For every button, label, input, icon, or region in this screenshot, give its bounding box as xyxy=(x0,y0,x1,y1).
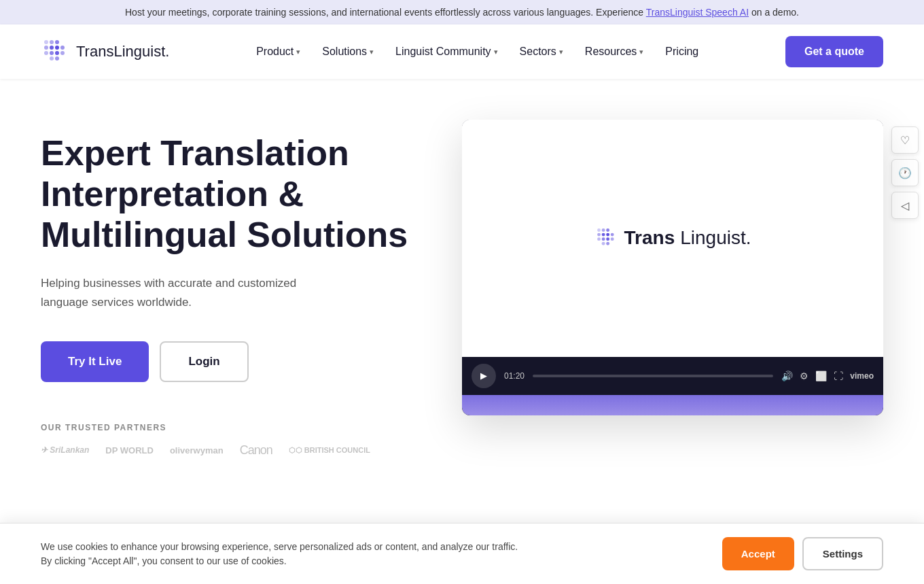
video-brand: TransLinguist. xyxy=(594,226,751,250)
partners-section: OUR TRUSTED PARTNERS ✈ SriLankan DP WORL… xyxy=(41,423,445,458)
svg-point-4 xyxy=(50,46,54,50)
svg-point-25 xyxy=(606,242,609,245)
svg-point-1 xyxy=(50,40,54,44)
svg-point-14 xyxy=(601,228,605,232)
partner-oliverwyman: oliverwyman xyxy=(170,445,224,456)
cookie-settings-button[interactable]: Settings xyxy=(802,537,883,570)
nav-item-sectors[interactable]: Sectors ▾ xyxy=(510,40,573,63)
video-inner: TransLinguist. xyxy=(462,120,883,357)
share-icon-button[interactable]: ◁ xyxy=(891,192,919,219)
svg-point-11 xyxy=(50,56,54,61)
nav-item-product[interactable]: Product ▾ xyxy=(247,40,310,63)
svg-point-5 xyxy=(55,46,59,50)
logo[interactable]: TransLinguist. xyxy=(41,37,169,67)
partner-dpworld: DP WORLD xyxy=(105,445,154,456)
nav-item-resources[interactable]: Resources ▾ xyxy=(575,40,653,63)
hero-left: Expert Translation Interpretation & Mult… xyxy=(41,120,445,458)
svg-point-3 xyxy=(44,46,48,50)
fullscreen-icon[interactable]: ⛶ xyxy=(834,371,843,381)
svg-point-13 xyxy=(597,228,601,232)
video-container: TransLinguist. ▶ 01:20 🔊 ⚙ ⬜ ⛶ vimeo xyxy=(462,120,883,415)
hero-buttons: Try It Live Login xyxy=(41,341,445,382)
svg-point-15 xyxy=(606,228,609,232)
hero-right: ♡ 🕐 ◁ xyxy=(462,120,883,415)
video-logo-area: TransLinguist. xyxy=(462,120,883,357)
chevron-down-icon: ▾ xyxy=(296,48,300,56)
hero-subtitle: Helping businesses with accurate and cus… xyxy=(41,274,313,311)
partners-label: OUR TRUSTED PARTNERS xyxy=(41,423,445,432)
video-timestamp: 01:20 xyxy=(504,371,525,381)
svg-point-9 xyxy=(55,51,59,55)
svg-point-7 xyxy=(44,51,48,55)
chevron-down-icon: ▾ xyxy=(639,48,643,56)
nav-item-solutions[interactable]: Solutions ▾ xyxy=(313,40,383,63)
video-progress-bar[interactable] xyxy=(533,375,773,377)
svg-point-18 xyxy=(606,233,609,237)
banner-text-after: on a demo. xyxy=(751,7,799,18)
settings-icon[interactable]: ⚙ xyxy=(800,371,808,381)
svg-point-20 xyxy=(597,238,601,241)
svg-point-24 xyxy=(601,242,605,245)
play-button[interactable]: ▶ xyxy=(472,364,496,388)
cookie-text: We use cookies to enhance your browsing … xyxy=(41,540,518,568)
svg-point-6 xyxy=(60,46,65,50)
partner-canon: Canon xyxy=(240,443,272,458)
svg-point-12 xyxy=(55,56,59,61)
video-wave xyxy=(462,395,883,415)
pip-icon[interactable]: ⬜ xyxy=(815,371,827,381)
svg-point-2 xyxy=(55,40,59,44)
nav-links: Product ▾ Solutions ▾ Linguist Community… xyxy=(247,40,708,63)
clock-icon-button[interactable]: 🕐 xyxy=(891,159,919,186)
sidebar-icons: ♡ 🕐 ◁ xyxy=(891,126,919,219)
nav-item-pricing[interactable]: Pricing xyxy=(656,40,708,63)
video-control-icons: 🔊 ⚙ ⬜ ⛶ vimeo xyxy=(781,371,874,381)
volume-icon[interactable]: 🔊 xyxy=(781,371,793,381)
get-quote-button[interactable]: Get a quote xyxy=(785,36,883,67)
chevron-down-icon: ▾ xyxy=(559,48,563,56)
login-button[interactable]: Login xyxy=(160,341,248,382)
partners-logos: ✈ SriLankan DP WORLD oliverwyman Canon ⬡… xyxy=(41,443,445,458)
partner-srilankan: ✈ SriLankan xyxy=(41,445,89,455)
svg-point-23 xyxy=(610,238,614,241)
heart-icon-button[interactable]: ♡ xyxy=(891,126,919,154)
banner-text-before: Host your meetings, corporate training s… xyxy=(125,7,643,18)
svg-point-19 xyxy=(610,233,614,237)
banner-link[interactable]: TransLinguist Speech AI xyxy=(646,7,749,18)
svg-point-21 xyxy=(601,238,605,241)
cookie-buttons: Accept Settings xyxy=(722,537,883,570)
nav-item-linguist-community[interactable]: Linguist Community ▾ xyxy=(386,40,508,63)
partner-british-council: ⬡⬡ BRITISH COUNCIL xyxy=(289,446,370,455)
svg-point-22 xyxy=(606,238,609,241)
logo-icon xyxy=(41,37,71,67)
logo-text: TransLinguist. xyxy=(76,43,169,61)
top-banner: Host your meetings, corporate training s… xyxy=(0,0,924,24)
accept-cookies-button[interactable]: Accept xyxy=(722,537,794,570)
cookie-banner: We use cookies to enhance your browsing … xyxy=(0,523,924,584)
video-logo-icon xyxy=(594,226,619,250)
chevron-down-icon: ▾ xyxy=(494,48,498,56)
hero-section: Expert Translation Interpretation & Mult… xyxy=(0,79,924,485)
svg-point-10 xyxy=(60,51,65,55)
navbar: TransLinguist. Product ▾ Solutions ▾ Lin… xyxy=(0,24,924,79)
svg-point-16 xyxy=(597,233,601,237)
svg-point-0 xyxy=(44,40,48,44)
hero-title: Expert Translation Interpretation & Mult… xyxy=(41,133,445,255)
svg-point-17 xyxy=(601,233,605,237)
chevron-down-icon: ▾ xyxy=(370,48,374,56)
try-it-live-button[interactable]: Try It Live xyxy=(41,341,149,382)
svg-point-8 xyxy=(50,51,54,55)
vimeo-badge: vimeo xyxy=(850,371,874,381)
video-controls: ▶ 01:20 🔊 ⚙ ⬜ ⛶ vimeo xyxy=(462,357,883,395)
